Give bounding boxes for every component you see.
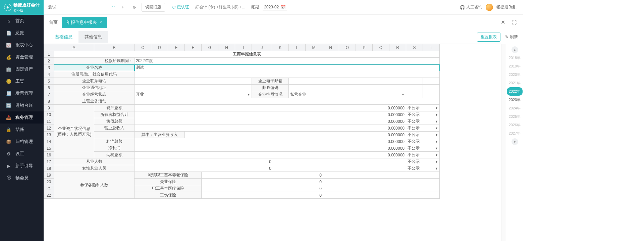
sidebar-item-archive[interactable]: 📦归档管理 xyxy=(0,136,44,148)
switch-old-button[interactable]: 切回旧版 xyxy=(142,3,165,12)
row-header[interactable]: 14 xyxy=(44,138,54,145)
scrollbar[interactable] xyxy=(501,44,506,241)
row-header[interactable]: 1 xyxy=(44,51,54,58)
year-2018年[interactable]: 2018年 xyxy=(507,54,523,62)
row-header[interactable]: 12 xyxy=(44,125,54,132)
row-header[interactable]: 6 xyxy=(44,85,54,91)
cell[interactable] xyxy=(135,71,440,78)
row-header[interactable]: 18 xyxy=(44,165,54,172)
year-2023年[interactable]: 2023年 xyxy=(507,96,523,104)
cell[interactable]: 开业▼ xyxy=(135,91,252,98)
year-scroll-down[interactable]: ▼ xyxy=(512,138,518,145)
cell[interactable]: 参保各险种人数 xyxy=(54,172,135,199)
year-2025年[interactable]: 2025年 xyxy=(507,112,523,121)
col-header[interactable]: N xyxy=(322,44,339,51)
close-icon[interactable]: × xyxy=(100,20,102,25)
col-header[interactable]: M xyxy=(306,44,322,51)
cell[interactable]: 私营企业▼ xyxy=(289,91,406,98)
cell[interactable]: 0.000000 xyxy=(135,145,406,152)
cell[interactable] xyxy=(289,78,406,85)
col-header[interactable]: P xyxy=(356,44,373,51)
year-2019年[interactable]: 2019年 xyxy=(507,62,523,70)
cell[interactable]: 不公示▼ xyxy=(406,105,440,111)
cell[interactable]: 其中：主营业务收入 xyxy=(135,132,185,138)
cell[interactable]: 0 xyxy=(135,158,406,165)
subtab-other[interactable]: 其他信息 xyxy=(78,31,108,43)
cell[interactable]: 不公示▼ xyxy=(406,118,440,125)
cell[interactable]: 不公示▼ xyxy=(406,138,440,145)
cell[interactable]: 0.000000 xyxy=(135,138,406,145)
cell[interactable]: 测试 xyxy=(135,64,440,71)
spreadsheet[interactable]: ABCDEFGHIJKLMNOPQRST1工商年报信息表2税款所属期间：2022… xyxy=(44,44,501,241)
cell[interactable]: 0.000000 xyxy=(135,118,406,125)
expand-icon[interactable]: ⛶ xyxy=(511,18,518,27)
col-header[interactable]: J xyxy=(252,44,272,51)
cell[interactable]: 0.000000 xyxy=(135,125,406,132)
cell[interactable]: 0 xyxy=(202,172,440,179)
year-2024年[interactable]: 2024年 xyxy=(507,104,523,112)
row-header[interactable]: 4 xyxy=(44,71,54,78)
sidebar-item-invoice[interactable]: 🧾发票管理 xyxy=(0,87,44,99)
cell[interactable] xyxy=(423,85,440,91)
cell[interactable]: 企业经营状态 xyxy=(54,91,135,98)
cell[interactable]: 0.000000 xyxy=(135,111,406,118)
gear-icon[interactable]: ⚙ xyxy=(130,3,138,11)
sidebar-item-close[interactable]: 🔒结账 xyxy=(0,124,44,136)
cell[interactable]: 2022年度 xyxy=(135,58,440,64)
cell[interactable]: 不公示▼ xyxy=(406,152,440,158)
cell[interactable]: 0 xyxy=(202,192,440,199)
period-selector[interactable]: 2023-02 📅 xyxy=(263,4,287,10)
cell[interactable] xyxy=(406,91,423,98)
cell[interactable]: 营业总收入 xyxy=(94,125,135,132)
col-header[interactable]: E xyxy=(168,44,185,51)
row-header[interactable]: 11 xyxy=(44,118,54,125)
cell[interactable]: 不公示▼ xyxy=(406,165,440,172)
col-header[interactable]: I xyxy=(235,44,252,51)
cell[interactable]: 不公示▼ xyxy=(406,132,440,138)
sidebar-item-tax[interactable]: 📥税务管理 xyxy=(0,111,44,124)
col-header[interactable]: B xyxy=(94,44,135,51)
row-header[interactable]: 16 xyxy=(44,152,54,158)
row-header[interactable]: 5 xyxy=(44,78,54,85)
cell[interactable]: 0.000000 xyxy=(185,132,406,138)
col-header[interactable]: A xyxy=(54,44,94,51)
cell[interactable] xyxy=(406,85,423,91)
cell[interactable]: 不公示▼ xyxy=(406,158,440,165)
cell[interactable] xyxy=(423,91,440,98)
row-header[interactable]: 7 xyxy=(44,91,54,98)
col-header[interactable]: S xyxy=(406,44,423,51)
row-header[interactable]: 10 xyxy=(44,111,54,118)
row-header[interactable]: 13 xyxy=(44,132,54,138)
cell[interactable]: 企业控股情况 xyxy=(252,91,289,98)
col-header[interactable]: Q xyxy=(373,44,389,51)
row-header[interactable]: 21 xyxy=(44,185,54,192)
row-header[interactable]: 20 xyxy=(44,179,54,185)
col-header[interactable]: C xyxy=(135,44,151,51)
row-header[interactable]: 19 xyxy=(44,172,54,179)
sidebar-item-reports[interactable]: 📈报表中心 xyxy=(0,39,44,51)
row-header[interactable]: 2 xyxy=(44,58,54,64)
cell[interactable]: 0 xyxy=(202,179,440,185)
cell[interactable]: 税款所属期间： xyxy=(54,58,135,64)
col-header[interactable]: G xyxy=(202,44,218,51)
cell[interactable]: 负债总额 xyxy=(94,118,135,125)
col-header[interactable]: L xyxy=(289,44,306,51)
support-button[interactable]: 🎧 人工咨询 xyxy=(460,4,482,10)
subtab-basic[interactable]: 基础信息 xyxy=(49,31,78,43)
tab-home[interactable]: 首页 xyxy=(49,19,58,26)
col-header[interactable]: R xyxy=(389,44,406,51)
sidebar-item-guide[interactable]: ▶新手引导 xyxy=(0,160,44,172)
cell[interactable]: 从业人数 xyxy=(54,158,135,165)
sidebar-item-ledger[interactable]: 📄总账 xyxy=(0,27,44,39)
year-2027年[interactable]: 2027年 xyxy=(507,129,523,138)
year-2022年[interactable]: 2022年 xyxy=(507,87,523,96)
sidebar-item-settings[interactable]: ⚙设置 xyxy=(0,148,44,160)
cell[interactable]: 失业保险 xyxy=(135,179,202,185)
cell[interactable] xyxy=(423,78,440,85)
year-2020年[interactable]: 2020年 xyxy=(507,70,523,79)
cell[interactable]: 工商年报信息表 xyxy=(54,51,440,58)
year-2021年[interactable]: 2021年 xyxy=(507,79,523,87)
cell[interactable]: 企业资产状况信息(币种：人民币万元) xyxy=(54,105,94,158)
sidebar-item-fixed[interactable]: 🏢固定资产 xyxy=(0,63,44,75)
sidebar-item-funds[interactable]: 💰资金管理 xyxy=(0,51,44,63)
